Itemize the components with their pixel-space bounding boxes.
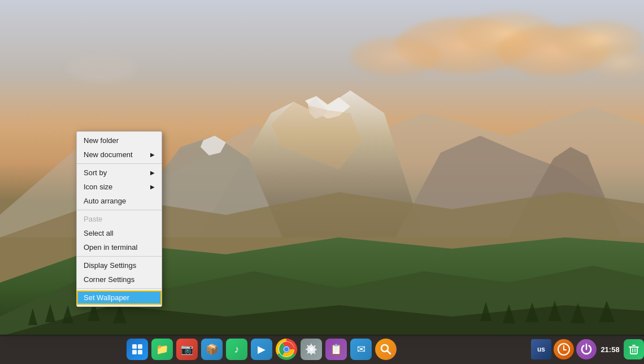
menu-separator bbox=[77, 256, 162, 257]
svg-rect-33 bbox=[138, 344, 142, 349]
svg-rect-32 bbox=[132, 344, 137, 349]
system-tray: us 21:58 bbox=[531, 339, 644, 359]
menu-item-label: Corner Settings bbox=[84, 275, 134, 284]
menu-item-icon-size[interactable]: Icon size▶ bbox=[77, 180, 162, 194]
svg-rect-34 bbox=[132, 350, 137, 354]
menu-separator bbox=[77, 163, 162, 164]
menu-item-set-wallpaper[interactable]: Set Wallpaper bbox=[77, 291, 162, 305]
svg-point-19 bbox=[68, 54, 136, 82]
taskbar-icon-camera[interactable]: 📷 bbox=[176, 339, 198, 360]
taskbar-icon-software[interactable]: 📦 bbox=[201, 339, 223, 360]
submenu-arrow-icon: ▶ bbox=[150, 184, 155, 190]
menu-item-label: New folder bbox=[84, 136, 119, 145]
menu-item-label: Sort by bbox=[84, 168, 107, 177]
clock-icon[interactable] bbox=[554, 339, 574, 359]
taskbar-icon-media[interactable]: ▶ bbox=[251, 339, 272, 360]
taskbar: 📁📷📦♪▶ 📋✉ us 21:58 bbox=[0, 335, 644, 364]
svg-point-39 bbox=[284, 347, 289, 352]
menu-item-select-all[interactable]: Select all bbox=[77, 226, 162, 240]
svg-point-17 bbox=[350, 37, 441, 76]
power-icon[interactable] bbox=[576, 339, 597, 359]
menu-item-label: Display Settings bbox=[84, 261, 136, 270]
context-menu: New folderNew document▶Sort by▶Icon size… bbox=[76, 131, 162, 307]
taskbar-icon-chrome[interactable] bbox=[276, 339, 297, 360]
trash-icon[interactable] bbox=[624, 339, 644, 359]
menu-item-label: New document bbox=[84, 150, 133, 159]
taskbar-icons: 📁📷📦♪▶ 📋✉ bbox=[0, 339, 523, 360]
menu-item-new-document[interactable]: New document▶ bbox=[77, 148, 162, 162]
svg-rect-35 bbox=[138, 350, 142, 354]
menu-item-label: Open in terminal bbox=[84, 243, 137, 252]
menu-separator bbox=[77, 288, 162, 289]
menu-item-label: Paste bbox=[84, 215, 102, 223]
menu-item-label: Set Wallpaper bbox=[84, 293, 129, 302]
svg-line-42 bbox=[388, 351, 391, 354]
taskbar-icon-applications[interactable] bbox=[127, 339, 148, 360]
menu-item-corner-settings[interactable]: Corner Settings bbox=[77, 272, 162, 287]
locale-icon[interactable]: us bbox=[531, 339, 551, 359]
system-clock: 21:58 bbox=[599, 345, 621, 354]
menu-item-label: Auto arrange bbox=[84, 197, 126, 205]
menu-item-label: Select all bbox=[84, 229, 114, 237]
menu-item-new-folder[interactable]: New folder bbox=[77, 133, 162, 148]
submenu-arrow-icon: ▶ bbox=[150, 151, 155, 158]
menu-item-auto-arrange[interactable]: Auto arrange bbox=[77, 194, 162, 208]
menu-item-paste: Paste bbox=[77, 212, 162, 226]
submenu-arrow-icon: ▶ bbox=[150, 170, 155, 176]
menu-item-sort-by[interactable]: Sort by▶ bbox=[77, 166, 162, 180]
menu-item-display-settings[interactable]: Display Settings bbox=[77, 258, 162, 272]
taskbar-icon-search[interactable] bbox=[375, 339, 397, 360]
svg-rect-46 bbox=[630, 347, 637, 354]
locale-label: us bbox=[537, 345, 545, 353]
taskbar-icon-clipboard[interactable]: 📋 bbox=[325, 339, 347, 360]
menu-item-label: Icon size bbox=[84, 183, 112, 191]
menu-item-open-terminal[interactable]: Open in terminal bbox=[77, 240, 162, 254]
menu-separator bbox=[77, 210, 162, 210]
taskbar-icon-music[interactable]: ♪ bbox=[226, 339, 247, 360]
taskbar-icon-files[interactable]: 📁 bbox=[151, 339, 173, 360]
taskbar-icon-settings[interactable] bbox=[301, 339, 322, 360]
taskbar-icon-email[interactable]: ✉ bbox=[350, 339, 372, 360]
